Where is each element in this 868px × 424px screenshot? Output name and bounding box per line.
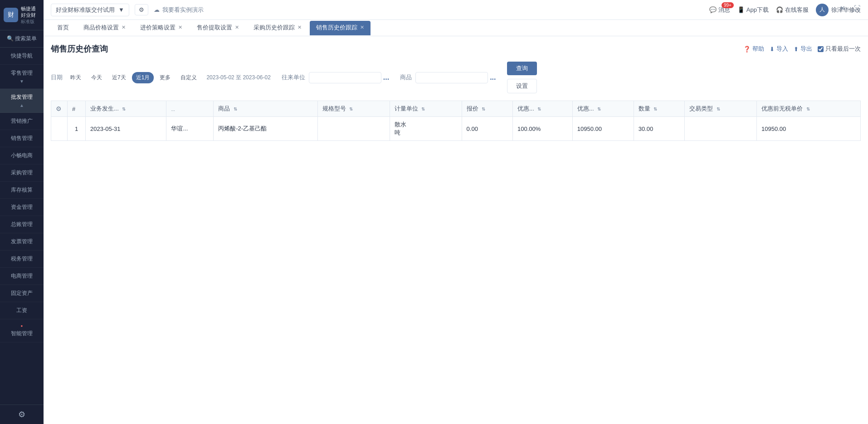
demo-link[interactable]: ☁ 我要看实例演示 <box>154 6 204 14</box>
sidebar-item-sales[interactable]: 销售管理 <box>0 130 44 147</box>
tab-sale-history[interactable]: 销售历史价跟踪 ✕ <box>310 21 371 35</box>
tab-purchase-history-close[interactable]: ✕ <box>297 24 302 30</box>
sidebar-item-assets[interactable]: 固定资产 <box>0 285 44 302</box>
date-btn-more[interactable]: 更多 <box>156 72 175 83</box>
sidebar-item-retail[interactable]: 零售管理 ▼ <box>0 65 44 89</box>
tabs-bar: 首页 商品价格设置 ✕ 进价策略设置 ✕ 售价提取设置 ✕ 采购历史价跟踪 ✕ … <box>44 20 868 36</box>
tab-purchase-history[interactable]: 采购历史价跟踪 ✕ <box>247 21 308 35</box>
ecom-small-label: 小畅电商 <box>11 152 33 159</box>
sidebar-item-invoice[interactable]: 发票管理 <box>0 233 44 251</box>
query-button[interactable]: 查询 <box>507 62 537 75</box>
sort-icon-trade: ⇅ <box>717 106 720 111</box>
import-icon: ⬇ <box>770 46 775 53</box>
app-logo: 财 畅捷通好业财 标准版 <box>0 0 44 30</box>
close-tab-btn[interactable]: ✕ <box>835 1 850 15</box>
table-gear-icon[interactable]: ⚙ <box>56 105 62 112</box>
app-download-btn[interactable]: 📱 App下载 <box>737 6 769 14</box>
avatar: 人 <box>816 4 829 16</box>
sidebar-item-ecom[interactable]: 电商管理 <box>0 268 44 285</box>
message-icon: 💬 <box>709 6 717 13</box>
tab-product-price-label: 商品价格设置 <box>83 24 119 32</box>
quick-nav-label: 快捷导航 <box>11 52 33 60</box>
help-link[interactable]: ❓ 帮助 <box>743 45 764 53</box>
col-qty-header[interactable]: 数量 ⇅ <box>634 101 684 117</box>
gear-icon: ⚙ <box>139 6 144 13</box>
import-link[interactable]: ⬇ 导入 <box>770 45 788 53</box>
row-unit-cell: 散水 吨 <box>390 117 462 141</box>
table-body: 1 2023-05-31 华谊... 丙烯酸-2-乙基己酯 散水 吨 0.00 … <box>51 117 861 141</box>
sidebar-item-ledger[interactable]: 总账管理 <box>0 216 44 233</box>
date-btn-custom[interactable]: 自定义 <box>176 72 201 83</box>
col-discount1-header[interactable]: 优惠... ⇅ <box>512 101 572 117</box>
tab-sale-history-close[interactable]: ✕ <box>360 24 364 30</box>
messages-btn[interactable]: 💬 消息 99+ <box>709 6 730 14</box>
topbar: 好业财标准版交付试用 ▼ ⚙ ☁ 我要看实例演示 💬 消息 99+ 📱 App下… <box>44 0 868 20</box>
tab-sale-price-close[interactable]: ✕ <box>235 24 239 30</box>
export-link[interactable]: ⬆ 导出 <box>794 45 812 53</box>
product-dots[interactable]: ... <box>490 73 496 82</box>
maximize-btn[interactable]: ⛶ <box>850 1 864 15</box>
row-expand-cell: 华谊... <box>166 117 214 141</box>
sales-label: 销售管理 <box>11 135 33 142</box>
action-btn-group: 查询 设置 <box>507 62 537 93</box>
tax-label: 税务管理 <box>11 255 33 263</box>
chevron-up-icon: ▲ <box>20 103 24 108</box>
sidebar-search[interactable]: 🔍 搜索菜单 <box>0 30 44 48</box>
col-discount2-header[interactable]: 优惠... ⇅ <box>572 101 634 117</box>
col-trade-type-header[interactable]: 交易类型 ⇅ <box>685 101 757 117</box>
product-filter-group: 商品 ... <box>400 72 496 83</box>
date-btn-today[interactable]: 今天 <box>87 72 106 83</box>
col-spec-header[interactable]: 规格型号 ⇅ <box>317 101 390 117</box>
sidebar-item-ecom-small[interactable]: 小畅电商 <box>0 147 44 164</box>
sidebar-item-payroll[interactable]: 工资 <box>0 302 44 319</box>
sidebar-item-marketing[interactable]: 营销推广 <box>0 113 44 130</box>
source-unit-dots[interactable]: ... <box>383 73 389 82</box>
settings-button[interactable]: 设置 <box>507 79 537 93</box>
row-product-cell: 丙烯酸-2-乙基己酯 <box>214 117 317 141</box>
col-biz-date-header[interactable]: 业务发生... ⇅ <box>86 101 166 117</box>
purchase-label: 采购管理 <box>11 169 33 177</box>
col-product-header[interactable]: 商品 ⇅ <box>214 101 317 117</box>
settings-icon-btn[interactable]: ⚙ <box>135 4 148 15</box>
row-biz-date-cell: 2023-05-31 <box>86 117 166 141</box>
sidebar-settings-icon[interactable]: ⚙ <box>0 405 44 424</box>
date-btn-7days[interactable]: 近7天 <box>108 72 130 83</box>
tab-product-price-close[interactable]: ✕ <box>122 24 126 30</box>
page-title-row: 销售历史价查询 ❓ 帮助 ⬇ 导入 ⬆ 导出 <box>51 43 861 54</box>
col-gear-header[interactable]: ⚙ <box>51 101 68 117</box>
version-selector[interactable]: 好业财标准版交付试用 ▼ <box>51 4 129 16</box>
tab-purchase-strategy[interactable]: 进价策略设置 ✕ <box>134 21 189 35</box>
source-unit-input[interactable] <box>309 72 381 83</box>
sidebar-item-wholesale[interactable]: 批发管理 ▲ <box>0 89 44 113</box>
tab-product-price[interactable]: 商品价格设置 ✕ <box>77 21 132 35</box>
sidebar-item-stock[interactable]: 库存核算 <box>0 182 44 199</box>
col-unit-header[interactable]: 计量单位 ⇅ <box>390 101 462 117</box>
source-unit-filter-group: 往来单位 ... <box>282 72 389 83</box>
date-btn-yesterday[interactable]: 昨天 <box>66 72 85 83</box>
row-product-company: 华谊... <box>171 125 188 132</box>
sidebar-item-smart[interactable]: 智能管理 <box>0 319 44 342</box>
col-pretax-price-header[interactable]: 优惠前无税单价 ⇅ <box>757 101 861 117</box>
tab-purchase-strategy-close[interactable]: ✕ <box>178 24 182 30</box>
online-service-btn[interactable]: 🎧 在线客服 <box>776 6 809 14</box>
invoice-label: 发票管理 <box>11 238 33 246</box>
only-last-checkbox-label[interactable]: 只看最后一次 <box>818 45 861 53</box>
col-expand-header[interactable]: ... <box>166 101 214 117</box>
expand-icon[interactable]: ... <box>171 107 175 112</box>
tab-sale-price[interactable]: 售价提取设置 ✕ <box>190 21 245 35</box>
row-price-cell: 0.00 <box>462 117 512 141</box>
product-input[interactable] <box>415 72 488 83</box>
row-gear-cell <box>51 117 68 141</box>
col-price-header[interactable]: 报价 ⇅ <box>462 101 512 117</box>
tab-home[interactable]: 首页 <box>51 21 75 35</box>
sidebar-item-finance[interactable]: 资金管理 <box>0 199 44 216</box>
only-last-checkbox[interactable] <box>818 46 824 52</box>
marketing-label: 营销推广 <box>11 117 33 125</box>
ledger-label: 总账管理 <box>11 221 33 228</box>
product-label: 商品 <box>400 73 412 82</box>
sidebar-item-purchase[interactable]: 采购管理 <box>0 164 44 182</box>
sidebar-item-quick-nav[interactable]: 快捷导航 <box>0 48 44 65</box>
ecom-label: 电商管理 <box>11 272 33 280</box>
date-btn-1month[interactable]: 近1月 <box>132 72 154 83</box>
sidebar-item-tax[interactable]: 税务管理 <box>0 251 44 268</box>
